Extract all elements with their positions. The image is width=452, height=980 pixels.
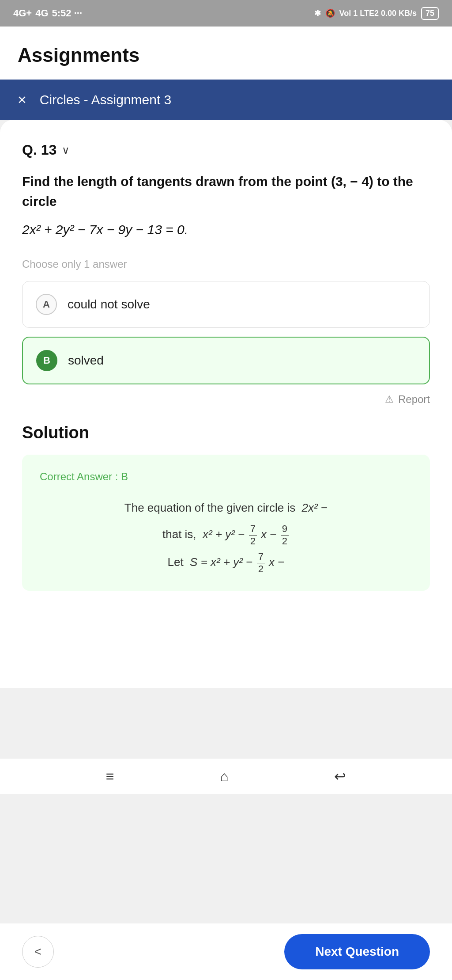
solution-line2: that is, x² + y² − 7 2 x − 9 2 <box>40 523 412 547</box>
question-number: Q. 13 <box>22 142 56 158</box>
signal-text2: 4G <box>35 8 48 19</box>
option-a-label: could not solve <box>68 297 150 311</box>
option-b-label: solved <box>68 353 104 368</box>
nav-bar: × Circles - Assignment 3 <box>0 80 452 120</box>
fraction-9-2: 9 2 <box>281 523 289 547</box>
report-button[interactable]: Report <box>398 393 430 406</box>
question-header: Q. 13 ∨ <box>22 142 430 158</box>
correct-answer-label: Correct Answer : B <box>40 471 412 483</box>
solution-title: Solution <box>22 423 430 442</box>
question-equation: 2x² + 2y² − 7x − 9y − 13 = 0. <box>22 219 430 240</box>
page-title: Assignments <box>18 44 434 66</box>
assignments-header: Assignments <box>0 27 452 80</box>
lte-text: Vol 1 LTE2 0.00 KB/s <box>339 9 417 18</box>
solution-line3: Let S = x² + y² − 7 2 x − <box>40 551 412 575</box>
bottom-spacer <box>22 591 430 670</box>
volume-icon: 🔕 <box>325 8 335 18</box>
next-question-button[interactable]: Next Question <box>284 934 430 969</box>
bottom-nav: < Next Question <box>0 923 452 980</box>
close-button[interactable]: × <box>18 91 26 108</box>
time-text: 5:52 ··· <box>52 8 82 19</box>
nav-title: Circles - Assignment 3 <box>40 92 171 107</box>
solution-content: The equation of the given circle is 2x² … <box>40 496 412 575</box>
fraction-7-2-b: 7 2 <box>257 551 265 575</box>
solution-card: Correct Answer : B The equation of the g… <box>22 455 430 591</box>
question-text: Find the length of tangents drawn from t… <box>22 171 430 211</box>
status-left: 4G+ 4G 5:52 ··· <box>13 8 82 19</box>
home-icon[interactable]: ⌂ <box>220 768 228 785</box>
choose-instruction: Choose only 1 answer <box>22 258 430 270</box>
android-nav-bar: ≡ ⌂ ↩ <box>0 759 452 794</box>
option-b-circle: B <box>36 350 57 371</box>
menu-icon[interactable]: ≡ <box>106 768 114 785</box>
bluetooth-icon: ✱ <box>314 8 321 18</box>
signal-text: 4G+ <box>13 8 32 19</box>
back-icon[interactable]: ↩ <box>334 768 346 785</box>
option-b[interactable]: B solved <box>22 337 430 384</box>
chevron-down-icon[interactable]: ∨ <box>62 144 70 156</box>
option-a[interactable]: A could not solve <box>22 281 430 328</box>
fraction-7-2: 7 2 <box>249 523 257 547</box>
option-a-circle: A <box>36 294 57 315</box>
report-row: ⚠ Report <box>22 393 430 406</box>
warning-icon: ⚠ <box>385 394 394 405</box>
main-card: Q. 13 ∨ Find the length of tangents draw… <box>0 120 452 688</box>
status-bar: 4G+ 4G 5:52 ··· ✱ 🔕 Vol 1 LTE2 0.00 KB/s… <box>0 0 452 27</box>
back-button[interactable]: < <box>22 936 54 968</box>
battery-badge: 75 <box>421 7 439 20</box>
solution-line1: The equation of the given circle is 2x² … <box>40 496 412 519</box>
status-right: ✱ 🔕 Vol 1 LTE2 0.00 KB/s 75 <box>314 7 439 20</box>
